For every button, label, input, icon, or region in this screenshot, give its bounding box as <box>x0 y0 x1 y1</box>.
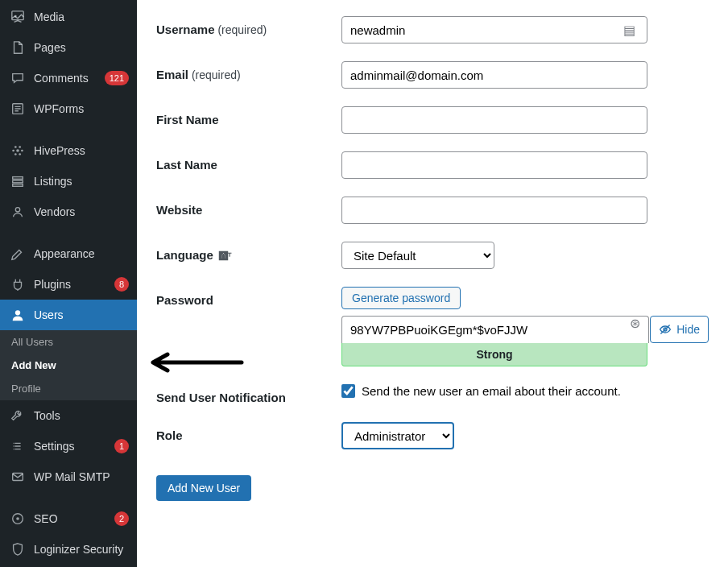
hide-password-button[interactable]: Hide <box>650 316 709 343</box>
sidebar-item-label: Loginizer Security <box>34 543 129 556</box>
sidebar-item-media[interactable]: Media <box>0 2 137 32</box>
seo-count-badge: 2 <box>114 511 129 526</box>
password-input[interactable] <box>341 316 649 343</box>
sidebar-separator <box>0 227 137 238</box>
submenu-profile[interactable]: Profile <box>0 377 137 400</box>
mail-icon <box>10 469 26 485</box>
sidebar-item-users[interactable]: Users <box>0 300 137 330</box>
sidebar-item-label: Tools <box>34 409 129 422</box>
sidebar-item-appearance[interactable]: Appearance <box>0 238 137 269</box>
sidebar-item-label: Listings <box>34 175 129 188</box>
sidebar-item-hivepress[interactable]: HivePress <box>0 135 137 166</box>
sidebar-separator <box>0 124 137 135</box>
sidebar-item-wpmailsmtp[interactable]: WP Mail SMTP <box>0 461 137 492</box>
language-select[interactable]: Site Default <box>341 242 494 269</box>
add-new-user-button[interactable]: Add New User <box>156 475 251 501</box>
sidebar-item-label: WP Mail SMTP <box>34 470 129 483</box>
password-label: Password <box>156 279 341 376</box>
sidebar-item-tools[interactable]: Tools <box>0 400 137 431</box>
svg-point-14 <box>15 310 20 315</box>
svg-point-17 <box>16 517 19 520</box>
seo-icon <box>10 511 26 527</box>
firstname-label: First Name <box>156 98 341 143</box>
svg-point-4 <box>12 150 14 152</box>
sidebar-item-label: Comments <box>34 72 100 85</box>
sidebar-item-pages[interactable]: Pages <box>0 32 137 63</box>
sidebar-item-label: Settings <box>34 440 110 453</box>
sidebar-item-loginizer[interactable]: Loginizer Security <box>0 534 137 565</box>
svg-rect-11 <box>13 180 23 183</box>
admin-sidebar: Media Pages Comments 121 WPForms HivePre… <box>0 0 137 567</box>
svg-point-8 <box>14 153 17 155</box>
firstname-input[interactable] <box>341 106 647 134</box>
settings-count-badge: 1 <box>114 439 129 453</box>
vendors-icon <box>10 204 26 220</box>
sidebar-item-label: WPForms <box>34 102 129 115</box>
appearance-icon <box>10 246 26 262</box>
email-input[interactable] <box>341 61 647 89</box>
website-label: Website <box>156 188 341 234</box>
tools-icon <box>10 408 26 424</box>
pages-icon <box>10 39 26 56</box>
comments-icon <box>10 70 26 86</box>
svg-point-13 <box>15 208 19 212</box>
sidebar-separator <box>0 492 137 503</box>
eye-slash-icon <box>659 323 672 336</box>
generate-password-button[interactable]: Generate password <box>341 287 461 309</box>
submenu-all-users[interactable]: All Users <box>0 330 137 354</box>
sidebar-item-label: SEO <box>34 512 110 525</box>
submenu-add-new[interactable]: Add New <box>0 354 137 377</box>
language-label: Language 🅰ᵀ <box>156 234 341 279</box>
comments-count-badge: 121 <box>105 71 129 85</box>
website-input[interactable] <box>341 197 647 224</box>
sidebar-item-vendors[interactable]: Vendors <box>0 197 137 227</box>
main-content: Username (required) ▤ Email (required) F… <box>137 0 728 567</box>
sidebar-item-label: Users <box>34 308 129 321</box>
username-input[interactable] <box>341 16 647 43</box>
svg-rect-12 <box>13 184 23 187</box>
email-label: Email (required) <box>156 53 341 98</box>
plugins-count-badge: 8 <box>114 277 129 292</box>
settings-icon <box>10 438 26 454</box>
translate-icon: 🅰ᵀ <box>219 251 231 261</box>
username-label: Username (required) <box>156 8 341 53</box>
wpforms-icon <box>10 101 26 117</box>
svg-point-9 <box>19 153 21 155</box>
sidebar-item-comments[interactable]: Comments 121 <box>0 63 137 93</box>
svg-point-6 <box>14 146 17 148</box>
svg-point-5 <box>21 150 23 152</box>
role-label: Role <box>156 414 341 459</box>
send-notification-row[interactable]: Send the new user an email about their a… <box>341 384 709 398</box>
add-user-form: Username (required) ▤ Email (required) F… <box>156 8 709 459</box>
hivepress-icon <box>10 143 26 159</box>
users-icon <box>10 307 26 323</box>
sidebar-item-label: Media <box>34 10 129 23</box>
lastname-input[interactable] <box>341 151 647 179</box>
sidebar-item-listings[interactable]: Listings <box>0 166 137 197</box>
sidebar-item-plugins[interactable]: Plugins 8 <box>0 269 137 300</box>
svg-point-7 <box>19 146 21 148</box>
send-notification-checkbox[interactable] <box>341 384 355 398</box>
sidebar-item-label: HivePress <box>34 144 129 157</box>
notification-label: Send User Notification <box>156 376 341 414</box>
sidebar-item-label: Pages <box>34 41 129 54</box>
sidebar-item-label: Plugins <box>34 278 110 291</box>
users-submenu: All Users Add New Profile <box>0 330 137 400</box>
sidebar-item-settings[interactable]: Settings 1 <box>0 431 137 461</box>
media-icon <box>10 9 26 25</box>
listings-icon <box>10 173 26 189</box>
role-select[interactable]: Administrator <box>341 422 454 449</box>
sidebar-item-label: Appearance <box>34 247 129 260</box>
svg-rect-10 <box>13 177 23 180</box>
plugins-icon <box>10 276 26 292</box>
svg-point-3 <box>16 149 19 152</box>
sidebar-item-seo[interactable]: SEO 2 <box>0 503 137 534</box>
lastname-label: Last Name <box>156 143 341 188</box>
sidebar-item-label: Vendors <box>34 205 129 218</box>
password-strength-meter: Strong <box>341 343 647 366</box>
sidebar-item-wpforms[interactable]: WPForms <box>0 93 137 124</box>
send-notification-text: Send the new user an email about their a… <box>362 384 621 398</box>
shield-icon <box>10 541 26 557</box>
svg-rect-15 <box>13 474 23 481</box>
